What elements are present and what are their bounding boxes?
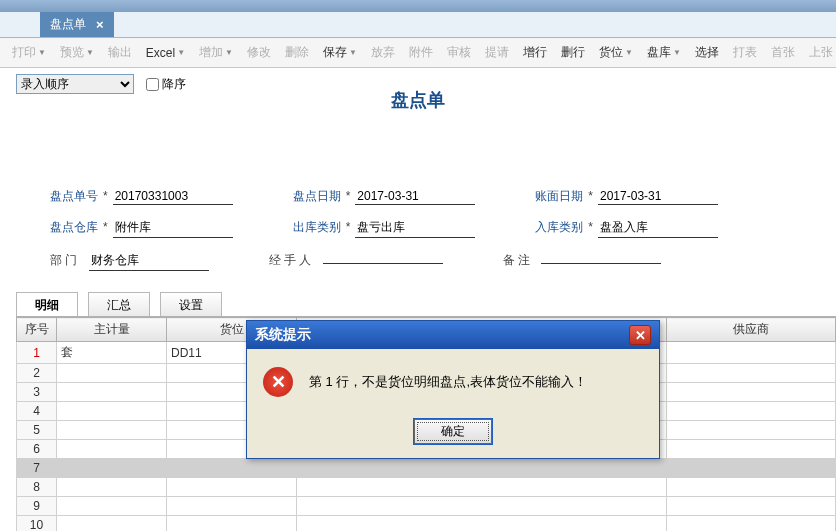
handler-input[interactable]	[323, 262, 443, 264]
inventory-button[interactable]: 盘库▼	[641, 40, 687, 65]
first-button[interactable]: 首张	[765, 40, 801, 65]
table-row[interactable]: 7	[17, 459, 836, 478]
row-number: 6	[17, 440, 57, 459]
cell-supplier[interactable]	[667, 459, 836, 478]
field-book-date: 账面日期*2017-03-31	[535, 188, 718, 205]
dialog-close-button[interactable]: ✕	[629, 325, 651, 345]
table-row[interactable]: 8	[17, 478, 836, 497]
cell-unit[interactable]	[57, 402, 167, 421]
dept-input[interactable]: 财务仓库	[89, 252, 209, 271]
audit-button[interactable]: 审核	[441, 40, 477, 65]
cell-bin[interactable]	[167, 516, 297, 532]
field-in-type: 入库类别*盘盈入库	[535, 219, 718, 238]
cell-unit[interactable]: 套	[57, 342, 167, 364]
chevron-down-icon: ▼	[38, 48, 46, 57]
row-number: 4	[17, 402, 57, 421]
select-button[interactable]: 选择	[689, 40, 725, 65]
row-number: 5	[17, 421, 57, 440]
field-count-date: 盘点日期*2017-03-31	[293, 188, 476, 205]
cell-supplier[interactable]	[667, 402, 836, 421]
preview-button[interactable]: 预览▼	[54, 40, 100, 65]
cell-unit[interactable]	[57, 364, 167, 383]
delete-button[interactable]: 删除	[279, 40, 315, 65]
chevron-down-icon: ▼	[349, 48, 357, 57]
field-warehouse: 盘点仓库*附件库	[50, 219, 233, 238]
form-area: 盘点单号*20170331003 盘点日期*2017-03-31 账面日期*20…	[50, 188, 826, 285]
cell-gap[interactable]	[297, 497, 667, 516]
close-icon[interactable]: ×	[96, 17, 104, 32]
cell-gap[interactable]	[297, 516, 667, 532]
output-button[interactable]: 输出	[102, 40, 138, 65]
dialog-titlebar[interactable]: 系统提示 ✕	[247, 321, 659, 349]
cell-unit[interactable]	[57, 516, 167, 532]
chevron-down-icon: ▼	[86, 48, 94, 57]
table-row[interactable]: 10	[17, 516, 836, 532]
cell-supplier[interactable]	[667, 478, 836, 497]
print-button[interactable]: 打印▼	[6, 40, 52, 65]
cell-unit[interactable]	[57, 383, 167, 402]
bin-button[interactable]: 货位▼	[593, 40, 639, 65]
window-titlebar	[0, 0, 836, 12]
prev-button[interactable]: 上张	[803, 40, 836, 65]
cell-supplier[interactable]	[667, 364, 836, 383]
cell-gap[interactable]	[297, 459, 667, 478]
cell-unit[interactable]	[57, 459, 167, 478]
out-type-input[interactable]: 盘亏出库	[355, 219, 475, 238]
col-unit[interactable]: 主计量	[57, 318, 167, 342]
cell-bin[interactable]	[167, 459, 297, 478]
edit-button[interactable]: 修改	[241, 40, 277, 65]
chevron-down-icon: ▼	[225, 48, 233, 57]
in-type-input[interactable]: 盘盈入库	[598, 219, 718, 238]
row-number: 9	[17, 497, 57, 516]
tab-inventory-sheet[interactable]: 盘点单 ×	[40, 12, 114, 37]
row-number: 8	[17, 478, 57, 497]
cell-gap[interactable]	[297, 478, 667, 497]
cell-unit[interactable]	[57, 497, 167, 516]
dialog-ok-button[interactable]: 确定	[414, 419, 492, 444]
save-button[interactable]: 保存▼	[317, 40, 363, 65]
row-number: 3	[17, 383, 57, 402]
discard-button[interactable]: 放弃	[365, 40, 401, 65]
field-dept: 部 门 财务仓库	[50, 252, 209, 271]
add-button[interactable]: 增加▼	[193, 40, 239, 65]
count-date-input[interactable]: 2017-03-31	[355, 189, 475, 205]
remark-input[interactable]	[541, 262, 661, 264]
submit-button[interactable]: 提请	[479, 40, 515, 65]
error-icon: ✕	[263, 367, 293, 397]
tab-label: 盘点单	[50, 16, 86, 33]
detail-tabstrip: 明细 汇总 设置	[16, 292, 222, 319]
cell-supplier[interactable]	[667, 383, 836, 402]
tab-detail[interactable]: 明细	[16, 292, 78, 319]
cell-unit[interactable]	[57, 440, 167, 459]
col-no[interactable]: 序号	[17, 318, 57, 342]
chevron-down-icon: ▼	[625, 48, 633, 57]
cell-supplier[interactable]	[667, 497, 836, 516]
page-title: 盘点单	[0, 88, 836, 112]
cell-bin[interactable]	[167, 478, 297, 497]
dialog-body: ✕ 第 1 行，不是货位明细盘点,表体货位不能输入！ 确定	[247, 349, 659, 458]
chevron-down-icon: ▼	[177, 48, 185, 57]
addrow-button[interactable]: 增行	[517, 40, 553, 65]
close-icon: ✕	[635, 328, 646, 343]
cell-supplier[interactable]	[667, 440, 836, 459]
cell-supplier[interactable]	[667, 516, 836, 532]
cell-supplier[interactable]	[667, 421, 836, 440]
delrow-button[interactable]: 删行	[555, 40, 591, 65]
cell-unit[interactable]	[57, 421, 167, 440]
cell-bin[interactable]	[167, 497, 297, 516]
tab-settings[interactable]: 设置	[160, 292, 222, 319]
warehouse-input[interactable]: 附件库	[113, 219, 233, 238]
attach-button[interactable]: 附件	[403, 40, 439, 65]
dialog-title: 系统提示	[255, 326, 311, 344]
excel-button[interactable]: Excel▼	[140, 42, 191, 64]
book-date-input[interactable]: 2017-03-31	[598, 189, 718, 205]
sheet-no-input[interactable]: 20170331003	[113, 189, 233, 205]
cell-supplier[interactable]	[667, 342, 836, 364]
chevron-down-icon: ▼	[673, 48, 681, 57]
table-row[interactable]: 9	[17, 497, 836, 516]
main-toolbar: 打印▼ 预览▼ 输出 Excel▼ 增加▼ 修改 删除 保存▼ 放弃 附件 审核…	[0, 38, 836, 68]
col-supplier[interactable]: 供应商	[667, 318, 836, 342]
cell-unit[interactable]	[57, 478, 167, 497]
report-button[interactable]: 打表	[727, 40, 763, 65]
tab-summary[interactable]: 汇总	[88, 292, 150, 319]
